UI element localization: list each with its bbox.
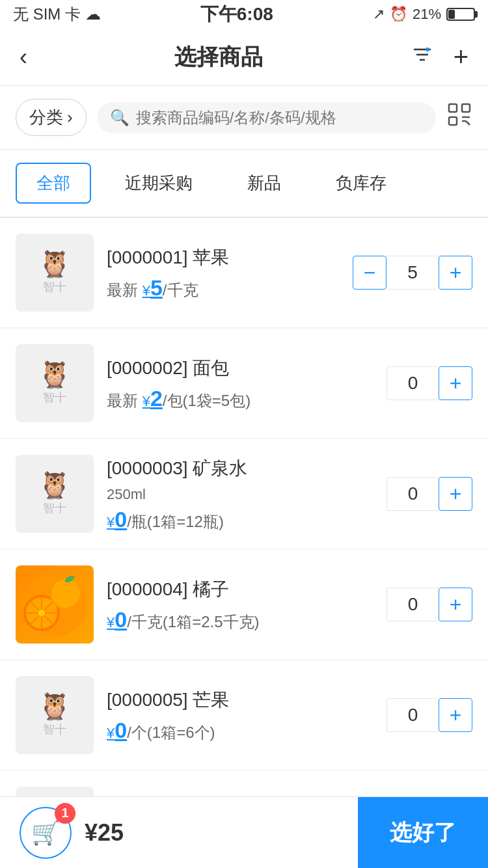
quantity-input-1[interactable] (386, 256, 439, 290)
svg-rect-4 (449, 104, 457, 112)
product-image-5: 🦉 智十 (16, 676, 94, 754)
list-item: 🦉 智十 [0000005] 芒果 ¥0/个(1箱=6个) + (0, 660, 488, 770)
search-input-wrap: 🔍 (97, 102, 436, 133)
quantity-control-5: + (386, 698, 472, 732)
product-image-4 (16, 565, 94, 644)
price-value: 0 (115, 607, 127, 632)
product-name-4: [0000004] 橘子 (107, 577, 373, 602)
list-item: 🦉 智十 [0000003] 矿泉水 250ml ¥0/瓶(1箱=12瓶) + (0, 439, 488, 549)
nav-actions: + (411, 42, 468, 72)
price-prefix-icon: ¥ (142, 393, 150, 409)
page-title: 选择商品 (174, 42, 263, 72)
tab-new-products[interactable]: 新品 (226, 163, 302, 204)
svg-point-19 (51, 579, 80, 608)
category-button[interactable]: 分类 › (16, 99, 87, 136)
tab-recent-purchase[interactable]: 近期采购 (104, 163, 213, 204)
confirm-button[interactable]: 选好了 (358, 797, 488, 869)
product-info-1: [0000001] 苹果 最新 ¥5/千克 (107, 245, 340, 301)
brand-label: 智十 (43, 390, 66, 405)
quantity-control-3: + (386, 477, 472, 511)
product-image-3: 🦉 智十 (16, 455, 94, 533)
status-left: 无 SIM 卡 ☁ (13, 4, 101, 25)
increase-button-5[interactable]: + (439, 698, 472, 732)
product-image-2: 🦉 智十 (16, 344, 94, 422)
placeholder-owl-icon: 🦉 (38, 361, 71, 387)
svg-point-17 (38, 610, 45, 616)
add-button[interactable]: + (454, 42, 468, 72)
price-value: 0 (115, 718, 127, 742)
placeholder-owl-icon: 🦉 (38, 693, 71, 719)
product-name-1: [0000001] 苹果 (107, 245, 340, 270)
brand-label: 智十 (43, 500, 66, 516)
svg-point-3 (426, 47, 429, 51)
brand-label: 智十 (43, 279, 66, 295)
price-prefix-icon: ¥ (107, 614, 115, 631)
svg-rect-6 (449, 117, 457, 125)
product-image-1: 🦉 智十 (16, 234, 94, 312)
quantity-control-2: + (386, 366, 472, 400)
brand-label: 智十 (43, 722, 66, 737)
price-prefix-icon: ¥ (142, 282, 150, 299)
increase-button-1[interactable]: + (439, 256, 472, 290)
tab-all[interactable]: 全部 (16, 163, 91, 204)
quantity-control-1: − + (353, 256, 472, 290)
category-chevron: › (67, 107, 73, 128)
total-price: ¥25 (85, 819, 124, 847)
product-info-4: [0000004] 橘子 ¥0/千克(1箱=2.5千克) (107, 577, 373, 632)
price-value: 0 (115, 507, 127, 532)
cart-badge: 1 (55, 803, 75, 824)
status-time: 下午6:08 (200, 2, 273, 27)
product-name-5: [0000005] 芒果 (107, 688, 373, 712)
quantity-input-3[interactable] (386, 477, 439, 511)
product-name-2: [0000002] 面包 (107, 356, 373, 381)
product-info-3: [0000003] 矿泉水 250ml ¥0/瓶(1箱=12瓶) (107, 456, 373, 532)
list-item: [0000004] 橘子 ¥0/千克(1箱=2.5千克) + (0, 550, 488, 659)
increase-button-3[interactable]: + (439, 477, 472, 511)
svg-rect-5 (462, 104, 470, 112)
category-label: 分类 (29, 106, 63, 129)
bottom-bar: 🛒 1 ¥25 选好了 (0, 796, 488, 868)
cart-button[interactable]: 🛒 1 (20, 807, 72, 859)
quantity-input-5[interactable] (386, 698, 439, 732)
sim-status: 无 SIM 卡 ☁ (13, 4, 101, 25)
search-bar: 分类 › 🔍 (0, 86, 488, 150)
product-info-2: [0000002] 面包 最新 ¥2/包(1袋=5包) (107, 356, 373, 411)
back-button[interactable]: ‹ (20, 44, 27, 71)
product-price-5: ¥0/个(1箱=6个) (107, 718, 373, 743)
search-icon: 🔍 (110, 109, 129, 127)
product-list: 🦉 智十 [0000001] 苹果 最新 ¥5/千克 − + 🦉 智十 [000… (0, 218, 488, 868)
nav-bar: ‹ 选择商品 + (0, 29, 488, 86)
cart-section: 🛒 1 ¥25 (0, 807, 358, 859)
quantity-input-2[interactable] (386, 366, 439, 400)
quantity-input-4[interactable] (386, 588, 439, 621)
list-item: 🦉 智十 [0000002] 面包 最新 ¥2/包(1袋=5包) + (0, 329, 488, 438)
battery-icon (446, 8, 475, 21)
decrease-button-1[interactable]: − (353, 256, 386, 290)
placeholder-owl-icon: 🦉 (38, 251, 71, 277)
price-prefix-icon: ¥ (107, 514, 115, 530)
product-info-5: [0000005] 芒果 ¥0/个(1箱=6个) (107, 688, 373, 743)
product-name-3: [0000003] 矿泉水 (107, 456, 373, 481)
status-bar: 无 SIM 卡 ☁ 下午6:08 ↗ ⏰ 21% (0, 0, 488, 29)
location-icon: ↗ (373, 6, 385, 23)
battery-percent: 21% (413, 6, 441, 23)
price-prefix-icon: ¥ (107, 725, 115, 741)
tab-negative-stock[interactable]: 负库存 (315, 163, 407, 204)
increase-button-4[interactable]: + (439, 588, 472, 621)
search-input[interactable] (136, 109, 423, 127)
quantity-control-4: + (386, 588, 472, 621)
cart-icon: 🛒 (31, 819, 61, 847)
filter-icon[interactable] (411, 43, 434, 72)
product-price-1: 最新 ¥5/千克 (107, 275, 340, 301)
filter-tabs: 全部 近期采购 新品 负库存 (0, 150, 488, 218)
alarm-icon: ⏰ (390, 6, 407, 23)
product-spec-3: 250ml (107, 486, 373, 503)
svg-line-9 (466, 121, 470, 125)
product-price-2: 最新 ¥2/包(1袋=5包) (107, 386, 373, 411)
increase-button-2[interactable]: + (439, 366, 472, 400)
placeholder-owl-icon: 🦉 (38, 472, 71, 498)
scan-icon[interactable] (446, 102, 472, 133)
status-right: ↗ ⏰ 21% (373, 6, 475, 23)
product-price-4: ¥0/千克(1箱=2.5千克) (107, 607, 373, 632)
list-item: 🦉 智十 [0000001] 苹果 最新 ¥5/千克 − + (0, 218, 488, 327)
